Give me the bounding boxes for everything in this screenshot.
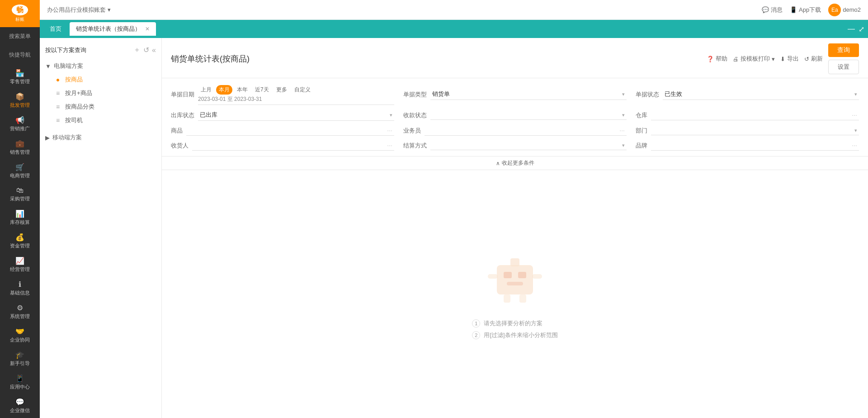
template-print-button[interactable]: 🖨 按模板打印 ▾ bbox=[733, 55, 775, 63]
doc-status-arrow: ▾ bbox=[854, 91, 857, 97]
app-download-button[interactable]: 📱 App下载 bbox=[790, 6, 821, 14]
date-btn-more[interactable]: 更多 bbox=[274, 85, 290, 95]
template-print-label: 按模板打印 bbox=[741, 55, 770, 63]
schema-item-by-month-product[interactable]: ≡ 按月+商品 bbox=[40, 86, 161, 100]
empty-tip-2: 2 用[过滤]条件来缩小分析范围 bbox=[472, 331, 557, 339]
page-header: 销货单统计表(按商品) ❓ 帮助 🖨 按模板打印 ▾ ⬇ 导出 bbox=[162, 38, 868, 78]
doc-type-label: 单据类型 bbox=[403, 90, 427, 99]
sidebar-item-retail[interactable]: 🏪 零售管理 bbox=[0, 65, 40, 89]
date-btn-7days[interactable]: 近7天 bbox=[252, 85, 272, 95]
main-area: 办公用品行业模拟账套 ▾ 💬 消息 📱 App下载 Ea demo2 首页 销货… bbox=[40, 0, 868, 418]
sidebar-item-inventory[interactable]: 📊 库存核算 bbox=[0, 206, 40, 229]
sidebar-item-system-label: 系统管理 bbox=[10, 313, 30, 320]
sidebar-item-inventory-label: 库存核算 bbox=[10, 219, 30, 226]
empty-state: 1 请先选择要分析的方案 2 用[过滤]条件来缩小分析范围 bbox=[162, 170, 868, 418]
app-download-label: App下载 bbox=[799, 6, 821, 14]
add-schema-icon[interactable]: ＋ bbox=[133, 45, 141, 55]
sidebar-quick-nav[interactable]: 快捷导航 bbox=[9, 48, 31, 62]
query-button[interactable]: 查询 bbox=[828, 43, 859, 57]
date-btn-last-month[interactable]: 上月 bbox=[198, 85, 214, 95]
collapse-bar[interactable]: ∧ 收起更多条件 bbox=[162, 157, 868, 170]
sidebar-item-enterprise[interactable]: 🤝 企业协同 bbox=[0, 323, 40, 347]
export-label: 导出 bbox=[787, 55, 799, 63]
schema-item-by-product-label: 按商品 bbox=[65, 76, 83, 84]
sidebar-item-retail-label: 零售管理 bbox=[10, 78, 30, 85]
sidebar-item-operations[interactable]: 📈 经营管理 bbox=[0, 253, 40, 276]
topbar-dropdown-arrow: ▾ bbox=[108, 6, 111, 13]
brand-dots[interactable]: ··· bbox=[852, 142, 857, 149]
sidebar-item-operations-label: 经营管理 bbox=[10, 266, 30, 273]
tab-minimize-icon[interactable]: — bbox=[848, 25, 855, 33]
tab-home[interactable]: 首页 bbox=[43, 22, 68, 36]
schema-group-mobile-header[interactable]: ▶ 移动端方案 bbox=[40, 131, 161, 144]
schema-item-by-recorder[interactable]: ≡ 按司机 bbox=[40, 114, 161, 127]
brand-filter: 品牌 ··· bbox=[636, 140, 859, 151]
schema-group-pc-header[interactable]: ▼ 电脑端方案 bbox=[40, 59, 161, 73]
receiver-dots[interactable]: ··· bbox=[387, 142, 392, 149]
doc-status-filter: 单据状态 已生效 ▾ bbox=[636, 89, 859, 100]
svg-rect-5 bbox=[488, 274, 498, 279]
doc-type-arrow: ▾ bbox=[622, 91, 625, 97]
sidebar-item-system[interactable]: ⚙ 系统管理 bbox=[0, 300, 40, 323]
department-select[interactable]: ▾ bbox=[651, 126, 859, 135]
basic-icon: ℹ bbox=[19, 280, 21, 289]
refresh-button[interactable]: ↺ 刷新 bbox=[804, 55, 823, 63]
salesperson-dots[interactable]: ··· bbox=[619, 127, 625, 134]
date-btn-this-month[interactable]: 本月 bbox=[216, 85, 232, 95]
salesperson-input[interactable]: ··· bbox=[425, 125, 627, 136]
warehouse-dots[interactable]: ··· bbox=[852, 111, 857, 119]
tab-sales-stat-label: 销货单统计表（按商品） bbox=[76, 25, 141, 33]
doc-status-select[interactable]: 已生效 ▾ bbox=[663, 89, 859, 100]
schema-item-by-category[interactable]: ≡ 按商品分类 bbox=[40, 100, 161, 114]
receiver-label: 收货人 bbox=[171, 142, 189, 150]
export-button[interactable]: ⬇ 导出 bbox=[780, 55, 799, 63]
sidebar-item-ecommerce[interactable]: 🛒 电商管理 bbox=[0, 159, 40, 183]
sidebar-item-marketing[interactable]: 📢 营销推广 bbox=[0, 112, 40, 136]
sidebar-item-sales[interactable]: 💼 销售管理 bbox=[0, 136, 40, 159]
logo-char: 畅 bbox=[16, 5, 24, 15]
sidebar-item-purchase[interactable]: 🛍 采购管理 bbox=[0, 183, 40, 206]
product-dots[interactable]: ··· bbox=[387, 127, 392, 134]
sidebar-item-wholesale-label: 批发管理 bbox=[10, 102, 30, 109]
sidebar-item-wechat[interactable]: 💬 企业微信 bbox=[0, 394, 40, 418]
sidebar-item-wholesale[interactable]: 📦 批发管理 bbox=[0, 89, 40, 112]
sidebar: 畅 标账 搜索菜单 快捷导航 🏪 零售管理 📦 批发管理 📢 营销推广 💼 销售… bbox=[0, 0, 40, 418]
tab-expand-icon[interactable]: ⤢ bbox=[859, 25, 864, 33]
refresh-schema-icon[interactable]: ↺ bbox=[143, 46, 149, 54]
receipt-status-arrow: ▾ bbox=[622, 112, 625, 118]
product-input[interactable]: ··· bbox=[186, 125, 394, 136]
receipt-status-select[interactable]: ▾ bbox=[430, 111, 627, 120]
date-btn-custom[interactable]: 自定义 bbox=[292, 85, 313, 95]
date-filter: 单据日期 上月 本月 本年 近7天 更多 自定义 2023-03-01 至 20… bbox=[171, 84, 394, 105]
schema-item-by-product[interactable]: ● 按商品 bbox=[40, 73, 161, 86]
sidebar-item-apps[interactable]: 📱 应用中心 bbox=[0, 370, 40, 394]
sidebar-item-finance[interactable]: 💰 资金管理 bbox=[0, 229, 40, 253]
sidebar-item-basic[interactable]: ℹ 基础信息 bbox=[0, 276, 40, 300]
schema-group-mobile-arrow: ▶ bbox=[45, 134, 50, 141]
topbar-actions: 💬 消息 📱 App下载 Ea demo2 bbox=[762, 4, 861, 16]
topbar-title-dropdown[interactable]: 办公用品行业模拟账套 ▾ bbox=[47, 6, 111, 14]
date-btn-this-year[interactable]: 本年 bbox=[234, 85, 250, 95]
brand-input[interactable]: ··· bbox=[651, 140, 859, 151]
sidebar-item-wechat-label: 企业微信 bbox=[10, 407, 30, 414]
sidebar-item-guide[interactable]: 🎓 新手引导 bbox=[0, 347, 40, 370]
tab-close-button[interactable]: ✕ bbox=[145, 26, 150, 32]
doc-type-select[interactable]: 销货单 ▾ bbox=[430, 89, 627, 100]
settings-button[interactable]: 设置 bbox=[828, 60, 859, 74]
tab-sales-stat[interactable]: 销货单统计表（按商品） ✕ bbox=[70, 22, 156, 36]
user-profile[interactable]: Ea demo2 bbox=[828, 4, 861, 16]
message-label: 消息 bbox=[771, 6, 783, 14]
sidebar-item-apps-label: 应用中心 bbox=[10, 384, 30, 390]
tip-1-text: 请先选择要分析的方案 bbox=[484, 319, 542, 328]
receiver-input[interactable]: ··· bbox=[192, 140, 394, 151]
payment-select[interactable]: ▾ bbox=[430, 141, 627, 150]
warehouse-input[interactable]: ··· bbox=[651, 110, 859, 120]
out-status-filter: 出库状态 已出库 ▾ bbox=[171, 109, 394, 121]
sidebar-search[interactable]: 搜索菜单 bbox=[9, 27, 31, 44]
salesperson-filter: 业务员 ··· bbox=[403, 125, 627, 136]
collapse-panel-icon[interactable]: « bbox=[152, 46, 156, 54]
help-button[interactable]: ❓ 帮助 bbox=[707, 55, 727, 63]
message-button[interactable]: 💬 消息 bbox=[762, 6, 783, 14]
out-status-select[interactable]: 已出库 ▾ bbox=[198, 109, 394, 121]
help-icon: ❓ bbox=[707, 56, 714, 62]
